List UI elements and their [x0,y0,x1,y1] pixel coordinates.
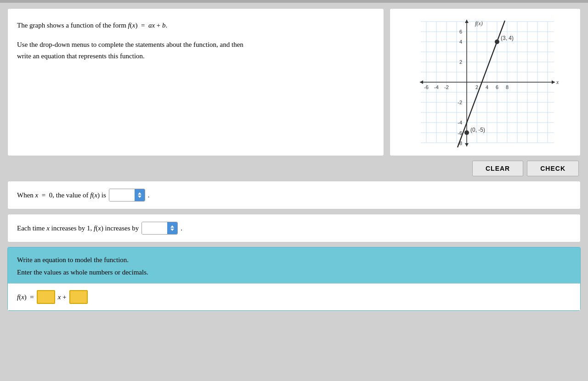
equation-input-row: f(x) = x + [8,283,580,310]
svg-marker-30 [465,20,469,23]
statement1-prefix: When x = 0, the value of f(x) is [17,191,106,199]
buttons-row: CLEAR CHECK [7,161,581,176]
clear-button[interactable]: CLEAR [472,161,523,176]
svg-text:2: 2 [475,84,478,90]
arrow-up-icon [138,192,141,195]
point-0-neg5 [464,130,469,135]
arrow-up-icon2 [170,225,174,228]
svg-text:-6: -6 [458,130,462,136]
svg-text:(0, -5): (0, -5) [470,127,485,133]
equation-section: Write an equation to model the function.… [7,247,581,311]
statement2-prefix: Each time x increases by 1, f(x) increas… [17,224,139,232]
arrow-down-icon2 [170,229,174,231]
statement1-arrow[interactable] [135,189,145,202]
svg-text:-2: -2 [458,100,462,105]
svg-text:-4: -4 [434,84,439,90]
svg-text:4: 4 [486,84,488,90]
svg-text:(3, 4): (3, 4) [501,35,514,41]
equation-line1: Write an equation to model the function. [17,254,571,266]
coordinate-graph: -6 -4 -2 2 4 6 8 6 4 2 -2 -4 -6 -8 f(x) … [407,13,563,151]
svg-text:x: x [556,79,559,85]
statement1-panel: When x = 0, the value of f(x) is . [7,181,581,209]
statement2-dropdown[interactable] [141,222,178,235]
statement1-input[interactable] [109,189,135,202]
statement1-suffix: . [148,191,150,199]
svg-text:8: 8 [506,84,509,90]
arrow-down-icon [138,196,141,198]
equation-prefix: f(x) = [17,293,34,301]
check-button[interactable]: CHECK [527,161,579,176]
equation-x-label: x + [58,293,67,301]
svg-marker-29 [420,80,423,84]
question-line2: Use the drop-down menus to complete the … [17,39,374,62]
svg-text:2: 2 [459,59,462,65]
svg-text:6: 6 [496,84,498,90]
equation-a-input[interactable] [37,290,55,304]
svg-marker-28 [552,80,555,84]
equation-line2: Enter the values as whole numbers or dec… [17,266,571,279]
svg-text:4: 4 [459,39,462,45]
svg-text:-6: -6 [424,84,429,90]
svg-marker-31 [465,143,469,146]
statement2-input[interactable] [142,222,167,235]
statement2-arrow[interactable] [167,222,177,235]
statement2-panel: Each time x increases by 1, f(x) increas… [7,214,581,242]
equation-header: Write an equation to model the function.… [8,247,580,283]
equation-b-input[interactable] [69,290,88,304]
point-3-4 [495,39,499,44]
statement2-suffix: . [181,224,182,232]
graph-panel: -6 -4 -2 2 4 6 8 6 4 2 -2 -4 -6 -8 f(x) … [390,8,581,156]
svg-text:6: 6 [459,29,462,34]
svg-text:-4: -4 [458,120,462,125]
svg-text:-2: -2 [444,84,449,90]
question-panel: The graph shows a function of the form f… [7,8,384,156]
svg-text:f(x): f(x) [475,20,483,27]
statement1-dropdown[interactable] [109,189,145,202]
question-line1: The graph shows a function of the form f… [17,20,374,32]
